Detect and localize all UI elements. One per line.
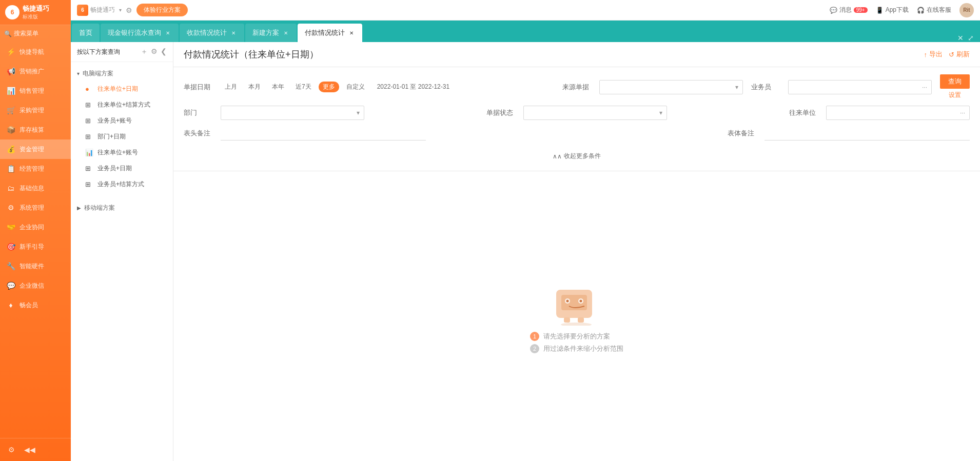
search-icon: 🔍 <box>4 30 12 37</box>
staff-select[interactable]: ··· <box>788 80 932 94</box>
date-option-more[interactable]: 更多 <box>319 82 339 92</box>
tab-new-plan-close-icon[interactable]: ✕ <box>282 29 289 36</box>
add-plan-icon[interactable]: ＋ <box>141 47 148 56</box>
svg-point-5 <box>580 299 582 302</box>
expand-tabs-icon[interactable]: ⤢ <box>968 34 974 42</box>
sidebar-item-enterprise[interactable]: 🤝 企业协同 <box>0 217 71 237</box>
trial-button[interactable]: 体验行业方案 <box>136 4 188 16</box>
plan-item-staff-date[interactable]: ⊞ 业务员+日期 <box>71 161 173 176</box>
sidebar-item-quick-nav[interactable]: ⚡ 快捷导航 <box>0 42 71 62</box>
sidebar-item-marketing[interactable]: 📢 营销推广 <box>0 62 71 81</box>
app-icon: 📱 <box>876 7 884 14</box>
plan-item-staff-settle[interactable]: ⊞ 业务员+结算方式 <box>71 176 173 192</box>
svg-point-8 <box>561 323 592 326</box>
plan-item-vendor-account[interactable]: 📊 往来单位+账号 <box>71 145 173 161</box>
settings-footer-button[interactable]: ⚙ <box>4 443 18 457</box>
filter-actions: 查询 设置 <box>940 74 970 99</box>
export-icon: ↑ <box>924 51 928 58</box>
dept-select[interactable]: ▾ <box>221 106 364 120</box>
query-button[interactable]: 查询 <box>940 74 970 89</box>
tab-payment-stats[interactable]: 付款情况统计 ✕ <box>298 24 362 42</box>
sidebar-item-basic-info[interactable]: 🗂 基础信息 <box>0 178 71 198</box>
operations-icon: 📋 <box>6 164 15 173</box>
source-select[interactable]: ▾ <box>599 80 743 94</box>
date-range-display: 2022-01-01 至 2022-12-31 <box>377 83 449 91</box>
basic-info-icon: 🗂 <box>6 184 15 193</box>
settings-link[interactable]: 设置 <box>940 91 970 99</box>
tab-bank-flow[interactable]: 现金银行流水查询 ✕ <box>101 24 179 42</box>
tab-receipt-stats[interactable]: 收款情况统计 ✕ <box>180 24 244 42</box>
doc-status-select[interactable]: ▾ <box>523 106 667 120</box>
settings-plan-icon[interactable]: ⚙ <box>151 47 158 56</box>
tab-bank-flow-close-icon[interactable]: ✕ <box>164 29 171 36</box>
tab-payment-stats-close-icon[interactable]: ✕ <box>348 29 355 36</box>
page-header: 付款情况统计（往来单位+日期） ↑ 导出 ↺ 刷新 <box>173 42 980 67</box>
sidebar-item-system[interactable]: ⚙ 系统管理 <box>0 198 71 217</box>
sidebar-item-vip[interactable]: ♦ 畅会员 <box>0 295 71 315</box>
refresh-button[interactable]: ↺ 刷新 <box>949 50 970 59</box>
tab-new-plan-label: 新建方案 <box>252 28 279 37</box>
doc-status-label: 单据状态 <box>486 108 515 117</box>
plan-icon: ⊞ <box>85 101 93 109</box>
desktop-section: ▾ 电脑端方案 ● 往来单位+日期 ⊞ 往来单位+结算方式 ⊞ 业务员+账号 ⊞ <box>71 62 173 196</box>
collapse-panel-icon[interactable]: ❮ <box>161 47 167 56</box>
app-download-action[interactable]: 📱 App下载 <box>876 6 909 14</box>
topbar-gear-icon[interactable]: ⚙ <box>126 6 132 14</box>
message-icon: 💬 <box>830 7 837 14</box>
message-action[interactable]: 💬 消息 99+ <box>830 6 868 14</box>
sidebar-item-sales[interactable]: 📊 销售管理 <box>0 81 71 101</box>
sidebar-item-guide[interactable]: 🎯 新手引导 <box>0 237 71 256</box>
plan-item-vendor-date[interactable]: ● 往来单位+日期 <box>71 81 173 97</box>
tab-home[interactable]: 首页 <box>72 24 100 42</box>
date-options: 上月 本月 本年 近7天 更多 自定义 <box>221 82 369 92</box>
table-body-remark-input[interactable] <box>765 126 970 141</box>
plan-item-label: 部门+日期 <box>97 132 126 141</box>
desktop-section-header[interactable]: ▾ 电脑端方案 <box>71 66 173 81</box>
sidebar-search[interactable]: 🔍 搜索菜单 <box>0 25 71 42</box>
guide-icon: 🎯 <box>6 242 15 251</box>
partner-select[interactable]: ··· <box>826 106 970 120</box>
sidebar-item-label: 企业微信 <box>19 282 44 290</box>
tabbar-controls: ✕ ⤢ <box>951 34 980 42</box>
table-head-remark-input[interactable] <box>221 126 426 141</box>
collapse-chevron-icon: ∧∧ <box>553 153 562 160</box>
plan-item-label: 往来单位+日期 <box>97 85 138 93</box>
sidebar-item-label: 库存核算 <box>19 126 44 134</box>
purchase-icon: 🛒 <box>6 106 15 115</box>
collapse-sidebar-button[interactable]: ◀◀ <box>23 443 37 457</box>
plan-item-dept-date[interactable]: ⊞ 部门+日期 <box>71 129 173 145</box>
sidebar-item-wechat[interactable]: 💬 企业微信 <box>0 276 71 295</box>
empty-state: 1 请先选择要分析的方案 2 用过滤条件来缩小分析范围 <box>530 279 623 353</box>
date-option-last-month[interactable]: 上月 <box>221 82 241 92</box>
topbar-chevron-icon[interactable]: ▾ <box>119 7 122 13</box>
sidebar-item-inventory[interactable]: 📦 库存核算 <box>0 120 71 139</box>
plan-item-label: 业务员+账号 <box>97 116 132 125</box>
sidebar-item-operations[interactable]: 📋 经营管理 <box>0 159 71 178</box>
left-panel-header: 按以下方案查询 ＋ ⚙ ❮ <box>71 42 173 62</box>
date-option-this-month[interactable]: 本月 <box>244 82 265 92</box>
sidebar-footer: ⚙ ◀◀ <box>0 438 71 461</box>
sidebar-item-label: 采购管理 <box>19 106 44 115</box>
user-avatar[interactable]: Rit <box>959 3 974 17</box>
mobile-section-label: 移动端方案 <box>84 204 115 212</box>
section-arrow-icon: ▾ <box>77 71 80 76</box>
tab-new-plan[interactable]: 新建方案 ✕ <box>245 24 297 42</box>
date-option-last7[interactable]: 近7天 <box>291 82 316 92</box>
sidebar-item-capital[interactable]: 💰 资金管理 <box>0 139 71 159</box>
mobile-section-header[interactable]: ▶ 移动端方案 <box>71 201 173 215</box>
collapse-filter-button[interactable]: ∧∧ 收起更多条件 <box>553 149 601 164</box>
sidebar-item-purchase[interactable]: 🛒 采购管理 <box>0 101 71 120</box>
mobile-arrow-icon: ▶ <box>77 205 81 211</box>
service-action[interactable]: 🎧 在线客服 <box>917 6 951 14</box>
export-button[interactable]: ↑ 导出 <box>924 50 943 59</box>
plan-item-vendor-settle[interactable]: ⊞ 往来单位+结算方式 <box>71 97 173 113</box>
close-all-tabs-icon[interactable]: ✕ <box>957 34 964 42</box>
date-option-custom[interactable]: 自定义 <box>342 82 369 92</box>
sidebar-item-hardware[interactable]: 🔧 智能硬件 <box>0 256 71 276</box>
filter-row-2: 部门 ▾ 单据状态 ▾ 往来单位 ··· <box>184 106 970 120</box>
plan-item-label: 往来单位+账号 <box>97 148 138 157</box>
date-option-this-year[interactable]: 本年 <box>268 82 288 92</box>
plan-item-staff-account[interactable]: ⊞ 业务员+账号 <box>71 113 173 129</box>
empty-svg <box>546 279 607 326</box>
tab-receipt-stats-close-icon[interactable]: ✕ <box>230 29 237 36</box>
